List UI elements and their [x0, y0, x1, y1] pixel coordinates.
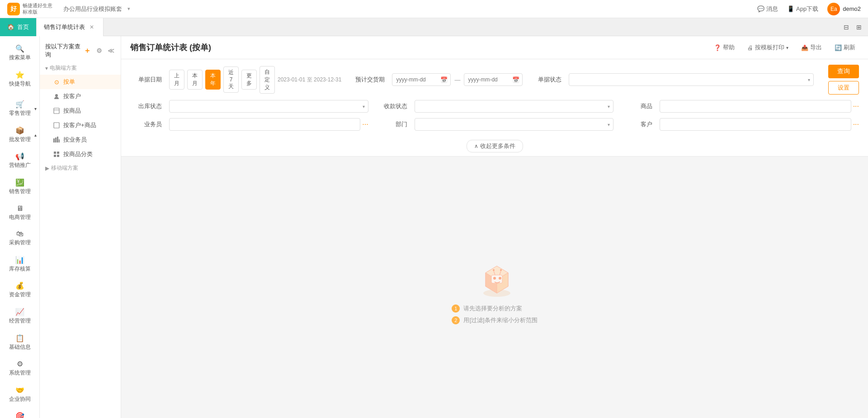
scheme-by-order[interactable]: ⊙ 按单	[40, 75, 121, 89]
predicted-delivery-label: 预计交货期	[349, 76, 385, 84]
user-area[interactable]: Ea demo2	[827, 3, 861, 15]
mobile-scheme-group[interactable]: ▶ 移动端方案	[40, 162, 121, 175]
empty-tip-1: 1 请先选择要分析的方案	[452, 304, 537, 313]
this-month-btn[interactable]: 本月	[187, 70, 203, 90]
collapse-bar[interactable]: ∧ 收起更多条件	[121, 136, 868, 157]
search-btn-area: 查询 设置	[828, 65, 859, 95]
tab-minimize-btn[interactable]: ⊟	[841, 22, 852, 33]
department-select[interactable]	[415, 118, 614, 131]
tab-close-btn[interactable]: ✕	[88, 23, 96, 31]
operations-icon: 📈	[15, 308, 24, 316]
settings-btn[interactable]: 设置	[828, 81, 859, 95]
pc-scheme-group[interactable]: ▾ 电脑端方案	[40, 62, 121, 75]
help-btn[interactable]: ❓ 帮助	[710, 42, 738, 53]
sidebar-item-wholesale[interactable]: 📦 批发管理 ▴	[0, 122, 39, 148]
out-status-select[interactable]	[169, 100, 368, 113]
date-range-text: 2023-01-01 至 2023-12-31	[278, 76, 341, 84]
sidebar-item-retail[interactable]: 🛒 零售管理 ▾	[0, 95, 39, 122]
tab-maximize-btn[interactable]: ⊞	[854, 22, 864, 33]
settings-scheme-btn[interactable]: ⚙	[94, 46, 104, 55]
svg-point-18	[493, 277, 496, 280]
left-panel-header: 按以下方案查询 ＋ ⚙ ≪	[40, 40, 121, 62]
system-icon: ⚙	[17, 360, 23, 368]
more-date-btn[interactable]: 更多	[241, 70, 257, 90]
date-end-input[interactable]	[464, 73, 523, 86]
this-year-btn[interactable]: 本年	[205, 70, 221, 90]
message-btn[interactable]: 💬 消息	[757, 5, 778, 13]
date-start-input[interactable]	[392, 73, 451, 86]
sidebar-item-inventory[interactable]: 📊 库存核算	[0, 251, 39, 277]
goods-icon	[52, 107, 61, 115]
customer-more-btn[interactable]: ···	[853, 120, 859, 128]
ecommerce-icon: 🖥	[16, 204, 24, 213]
retail-icon: 🛒	[15, 100, 24, 109]
salesperson-more-btn[interactable]: ···	[362, 120, 368, 128]
sidebar-item-enterprise[interactable]: 🤝 企业协同	[0, 381, 39, 408]
custom-date-btn[interactable]: 自定义	[259, 66, 275, 94]
svg-rect-6	[57, 137, 58, 142]
sidebar-item-marketing[interactable]: 📢 营销推广	[0, 147, 39, 174]
salesperson-input[interactable]	[169, 118, 360, 131]
sidebar-search[interactable]: 🔍 搜索菜单	[0, 40, 39, 66]
sidebar-item-ecommerce[interactable]: 🖥 电商管理	[0, 200, 39, 226]
last-month-btn[interactable]: 上月	[169, 70, 184, 90]
filter-row-3: 业务员 ··· 部门 ▾ 客户 ···	[130, 118, 859, 131]
svg-point-21	[493, 269, 495, 271]
svg-rect-4	[53, 138, 55, 142]
help-icon: ❓	[714, 44, 721, 51]
left-panel: 按以下方案查询 ＋ ⚙ ≪ ▾ 电脑端方案	[40, 36, 121, 418]
sidebar-quick-nav[interactable]: ⭐ 快捷导航	[0, 66, 39, 92]
receipt-status-select[interactable]	[415, 100, 614, 113]
search-btn[interactable]: 查询	[828, 65, 859, 78]
sidebar-item-basic[interactable]: 📋 基础信息	[0, 329, 39, 356]
tab-sales-order-stats[interactable]: 销售订单统计表 ✕	[37, 18, 104, 36]
customer-icon	[52, 92, 61, 100]
refresh-btn[interactable]: 🔄 刷新	[831, 42, 859, 53]
svg-rect-9	[57, 152, 59, 154]
goods-input[interactable]	[660, 100, 851, 113]
chevron-up-icon: ▴	[34, 132, 37, 137]
inventory-icon: 📊	[15, 256, 24, 264]
date-separator: —	[454, 76, 460, 83]
svg-rect-7	[59, 139, 60, 142]
sidebar-item-sales[interactable]: 💹 销售管理	[0, 174, 39, 200]
export-btn[interactable]: 📤 导出	[797, 42, 826, 53]
breadcrumb-arrow[interactable]: ▾	[127, 6, 130, 12]
sidebar-item-newbie[interactable]: 🎯 新手引导	[0, 407, 39, 418]
bill-status-select[interactable]	[569, 73, 814, 86]
goods-more-btn[interactable]: ···	[853, 102, 859, 110]
scheme-by-goods-category[interactable]: 按商品分类	[40, 147, 121, 162]
purchase-icon: 🛍	[16, 230, 24, 238]
scheme-by-salesperson[interactable]: 按业务员	[40, 133, 121, 147]
date-btn-group: 上月 本月 本年 近7天 更多 自定义 2023-01-01 至 2023-12…	[169, 66, 341, 94]
top-bar-left: 好 畅捷通好生意 标准版 办公用品行业模拟账套 ▾	[7, 3, 130, 15]
sidebar-item-purchase[interactable]: 🛍 采购管理	[0, 225, 39, 251]
page-header-top: 销售订单统计表 (按单) ❓ 帮助 🖨 按模板打印 📤	[130, 42, 859, 53]
scheme-by-goods[interactable]: 按商品	[40, 104, 121, 118]
sidebar-item-finance[interactable]: 💰 资金管理	[0, 277, 39, 303]
app-download-btn[interactable]: 📱 App下载	[787, 5, 818, 13]
tab-home[interactable]: 🏠 首页	[0, 18, 37, 36]
last-7-days-btn[interactable]: 近7天	[223, 66, 239, 93]
customer-input[interactable]	[660, 118, 851, 131]
collapse-panel-btn[interactable]: ≪	[106, 46, 115, 55]
svg-rect-3	[54, 123, 59, 128]
content-area: 按以下方案查询 ＋ ⚙ ≪ ▾ 电脑端方案	[40, 36, 868, 418]
tab-bar: 🏠 首页 销售订单统计表 ✕ ⊟ ⊞	[0, 18, 868, 36]
sidebar-item-operations[interactable]: 📈 经营管理	[0, 303, 39, 329]
out-status-select-wrap: ▾	[169, 100, 368, 113]
receipt-status-select-wrap: ▾	[415, 100, 614, 113]
svg-rect-1	[54, 108, 59, 114]
tip-num-2: 2	[452, 316, 460, 324]
scheme-by-customer-goods[interactable]: 按客户+商品	[40, 118, 121, 133]
svg-rect-8	[54, 152, 56, 154]
print-btn[interactable]: 🖨 按模板打印	[744, 42, 792, 53]
sidebar-item-system[interactable]: ⚙ 系统管理	[0, 355, 39, 381]
scheme-by-customer[interactable]: 按客户	[40, 89, 121, 104]
newbie-icon: 🎯	[15, 412, 24, 418]
date-end-wrapper: 📅	[464, 73, 523, 86]
empty-tip-2: 2 用[过滤]条件来缩小分析范围	[452, 316, 537, 324]
add-scheme-btn[interactable]: ＋	[83, 46, 92, 55]
search-icon: 🔍	[15, 44, 24, 53]
chevron-up-icon: ∧	[474, 143, 478, 149]
